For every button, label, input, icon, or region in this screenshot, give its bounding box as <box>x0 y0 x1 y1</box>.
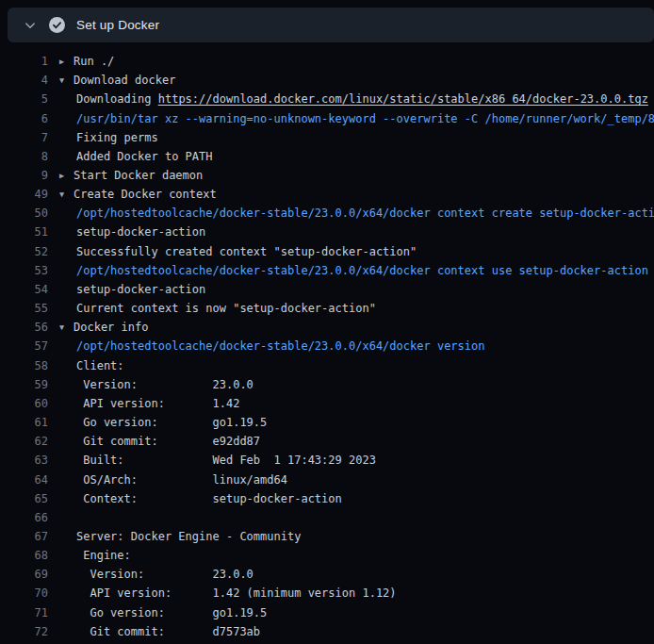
step-title: Set up Docker <box>76 18 159 32</box>
line-number[interactable]: 55 <box>0 302 48 315</box>
line-number[interactable]: 51 <box>0 225 48 239</box>
line-number[interactable]: 65 <box>0 492 48 505</box>
log-text: OS/Arch: linux/amd64 <box>76 473 287 487</box>
log-text: Downloading https://download.docker.com/… <box>76 92 648 106</box>
log-text: setup-docker-action <box>76 225 205 239</box>
line-number[interactable]: 68 <box>0 549 48 562</box>
log-line: 65 Context: setup-docker-action <box>0 489 654 508</box>
success-check-icon <box>49 17 65 33</box>
line-number[interactable]: 61 <box>0 416 48 429</box>
line-number[interactable]: 66 <box>0 511 48 524</box>
log-line: 70 API version: 1.42 (minimum version 1.… <box>0 584 654 603</box>
line-number[interactable]: 57 <box>0 339 48 353</box>
log-line: 54 setup-docker-action <box>0 280 654 299</box>
log-line: 59 Version: 23.0.0 <box>0 375 654 394</box>
group-expanded-icon[interactable]: ▼ <box>59 190 74 199</box>
log-line[interactable]: 56 ▼ Docker info <box>0 318 654 337</box>
log-line: 61 Go version: go1.19.5 <box>0 413 654 432</box>
log-text: Download docker <box>74 74 175 87</box>
log-line: 6 /usr/bin/tar xz --warning=no-unknown-k… <box>0 108 654 127</box>
group-collapsed-icon[interactable]: ▶ <box>59 58 74 66</box>
line-number[interactable]: 5 <box>0 92 48 106</box>
log-view: 1 ▶ Run ./ 4 ▼ Download docker 5 Downloa… <box>0 42 654 641</box>
log-text: Docker info <box>74 321 148 334</box>
log-line: 53 /opt/hostedtoolcache/docker-stable/23… <box>0 261 654 280</box>
log-text: Context: setup-docker-action <box>76 492 342 505</box>
log-text: Built: Wed Feb 1 17:43:29 2023 <box>76 454 376 467</box>
line-number[interactable]: 52 <box>0 245 48 258</box>
log-text: Run ./ <box>74 55 114 68</box>
line-number[interactable]: 4 <box>0 74 48 87</box>
log-text: Git commit: e92dd87 <box>76 435 260 448</box>
log-line: 57 /opt/hostedtoolcache/docker-stable/23… <box>0 337 654 355</box>
line-number[interactable]: 53 <box>0 264 48 277</box>
line-number[interactable]: 9 <box>0 169 48 182</box>
line-number[interactable]: 7 <box>0 131 48 144</box>
log-line: 64 OS/Arch: linux/amd64 <box>0 470 654 488</box>
log-line: 52 Successfully created context "setup-d… <box>0 242 654 261</box>
log-text: Current context is now "setup-docker-act… <box>76 302 376 315</box>
line-number[interactable]: 64 <box>0 473 48 487</box>
log-text: /opt/hostedtoolcache/docker-stable/23.0.… <box>76 264 648 277</box>
log-line: 60 API version: 1.42 <box>0 394 654 413</box>
log-text: API version: 1.42 <box>76 397 239 410</box>
line-number[interactable]: 71 <box>0 606 48 619</box>
log-line: 7 Fixing perms <box>0 128 654 147</box>
log-line[interactable]: 49 ▼ Create Docker context <box>0 185 654 204</box>
group-expanded-icon[interactable]: ▼ <box>59 323 74 332</box>
log-text: Version: 23.0.0 <box>76 378 253 391</box>
log-text: Successfully created context "setup-dock… <box>76 245 417 258</box>
group-collapsed-icon[interactable]: ▶ <box>59 172 74 180</box>
log-text: Version: 23.0.0 <box>76 568 253 581</box>
log-line: 71 Go version: go1.19.5 <box>0 603 654 622</box>
log-text: Create Docker context <box>74 188 217 201</box>
log-line: 50 /opt/hostedtoolcache/docker-stable/23… <box>0 204 654 223</box>
log-line: 51 setup-docker-action <box>0 223 654 241</box>
log-line: 66 <box>0 508 654 527</box>
line-number[interactable]: 56 <box>0 321 48 334</box>
log-text: Server: Docker Engine - Community <box>76 530 301 543</box>
log-line[interactable]: 9 ▶ Start Docker daemon <box>0 166 654 185</box>
line-number[interactable]: 60 <box>0 397 48 410</box>
line-number[interactable]: 8 <box>0 150 48 163</box>
log-line: 63 Built: Wed Feb 1 17:43:29 2023 <box>0 451 654 470</box>
line-number[interactable]: 63 <box>0 454 48 467</box>
log-text: API version: 1.42 (minimum version 1.12) <box>76 586 397 600</box>
line-number[interactable]: 69 <box>0 568 48 581</box>
line-number[interactable]: 72 <box>0 625 48 638</box>
step-header[interactable]: Set up Docker <box>8 8 654 42</box>
line-number[interactable]: 59 <box>0 378 48 391</box>
chevron-down-icon[interactable] <box>21 16 40 35</box>
group-expanded-icon[interactable]: ▼ <box>59 76 74 85</box>
log-line: 72 Git commit: d7573ab <box>0 622 654 641</box>
line-number[interactable]: 67 <box>0 530 48 543</box>
line-number[interactable]: 62 <box>0 435 48 448</box>
log-text: Start Docker daemon <box>74 169 203 182</box>
log-line: 62 Git commit: e92dd87 <box>0 432 654 451</box>
log-line: 58 Client: <box>0 356 654 375</box>
log-line: 8 Added Docker to PATH <box>0 147 654 166</box>
log-text: Engine: <box>76 549 131 562</box>
log-line[interactable]: 4 ▼ Download docker <box>0 71 654 90</box>
log-text: /opt/hostedtoolcache/docker-stable/23.0.… <box>76 339 484 353</box>
log-text: setup-docker-action <box>76 283 205 296</box>
line-number[interactable]: 70 <box>0 586 48 600</box>
line-number[interactable]: 1 <box>0 55 48 68</box>
log-text: /usr/bin/tar xz --warning=no-unknown-key… <box>76 112 654 125</box>
log-line: 5 Downloading https://download.docker.co… <box>0 90 654 108</box>
line-number[interactable]: 54 <box>0 283 48 296</box>
line-number[interactable]: 50 <box>0 206 48 220</box>
line-number[interactable]: 49 <box>0 188 48 201</box>
log-text: Client: <box>76 359 124 372</box>
log-line: 69 Version: 23.0.0 <box>0 565 654 584</box>
line-number[interactable]: 6 <box>0 112 48 125</box>
log-text: Go version: go1.19.5 <box>76 606 267 619</box>
log-text: /opt/hostedtoolcache/docker-stable/23.0.… <box>76 206 654 220</box>
log-text: Go version: go1.19.5 <box>76 416 267 429</box>
line-number[interactable]: 58 <box>0 359 48 372</box>
log-text: Fixing perms <box>76 131 158 144</box>
log-link[interactable]: https://download.docker.com/linux/static… <box>158 92 648 106</box>
log-line: 67 Server: Docker Engine - Community <box>0 527 654 546</box>
log-line: 68 Engine: <box>0 546 654 565</box>
log-line[interactable]: 1 ▶ Run ./ <box>0 52 654 71</box>
